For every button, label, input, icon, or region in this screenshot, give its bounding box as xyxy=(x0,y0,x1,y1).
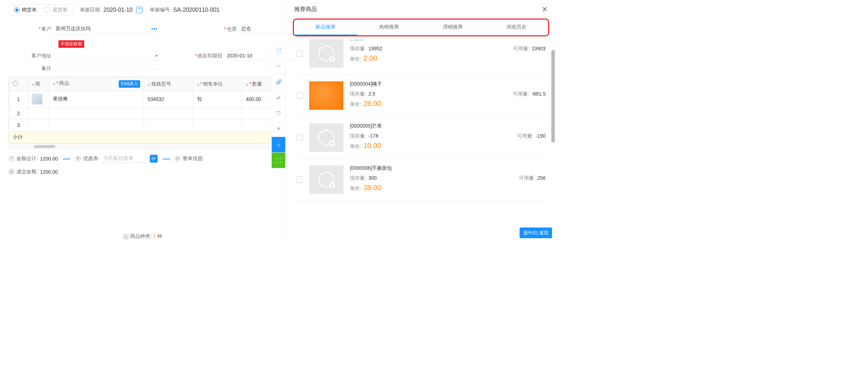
items-grid: ◆商 ◆*商品扫码录入 ◆规格型号 ◆*销售单位 ◆*数量 1 果倍爽 5345… xyxy=(9,77,277,149)
kind-label: 商品种类: xyxy=(130,233,152,239)
item-name: 250ml xyxy=(350,39,546,42)
term-badge: 不固定账期 xyxy=(58,40,84,48)
side-toolbar: 📄 〰 🔗 ⇄ ⛉ ￥ ☆ ⛶ xyxy=(272,43,285,168)
deal-icon: 成 xyxy=(9,169,14,175)
col-brand[interactable]: ◆商 xyxy=(28,77,49,91)
table-row[interactable]: 1 果倍爽 534532 包 400.00 xyxy=(9,91,276,108)
remark-label: 备注 xyxy=(41,65,51,71)
recommend-tabs-highlight: 新品推荐 热销推荐 滞销推荐 浏览历史 xyxy=(293,19,549,36)
item-price: 28.00 xyxy=(363,99,381,107)
addr-input[interactable]: ▾ xyxy=(55,52,158,60)
col-gear[interactable] xyxy=(9,77,28,91)
minus-icon: — xyxy=(63,154,70,163)
chart-icon[interactable]: 〰 xyxy=(272,58,285,74)
panel-title: 推荐商品 xyxy=(294,6,317,13)
col-spec[interactable]: ◆规格型号 xyxy=(144,77,193,91)
doc-no-value: SA-20200110-001 xyxy=(173,7,220,13)
recommend-list[interactable]: 250ml 现存量:19952可用量:19903 单价:2.00 [000000… xyxy=(286,39,556,242)
amount-label: 金额合计: xyxy=(16,155,38,162)
close-icon[interactable]: ✕ xyxy=(542,5,548,14)
tab-new[interactable]: 新品推荐 xyxy=(294,20,357,35)
select-return-button[interactable]: 选中(0) 返回 xyxy=(520,228,552,238)
tab-hot[interactable]: 热销推荐 xyxy=(357,20,421,35)
addr-label: 客户地址 xyxy=(31,53,51,58)
currency-icon[interactable]: ￥ xyxy=(272,121,285,137)
shield-icon[interactable]: ⛉ xyxy=(272,106,285,121)
due-value: 2020-01-10 xyxy=(227,53,252,58)
warehouse-label: 仓库 xyxy=(227,26,237,32)
calendar-icon[interactable] xyxy=(136,7,143,13)
customer-value: 苏州万达沃尔玛 xyxy=(56,26,91,32)
yen-icon: ¥ xyxy=(9,156,14,162)
table-row[interactable]: 3 xyxy=(9,119,276,131)
tab-return[interactable]: 退货单 xyxy=(45,7,67,13)
footer-summary: 品 商品种类: 1 种 xyxy=(0,233,285,240)
cell-qty[interactable]: 400.00 xyxy=(242,91,276,108)
scan-button[interactable]: 扫码录入 xyxy=(119,80,140,88)
h-scrollbar[interactable] xyxy=(9,144,276,149)
star-icon[interactable]: ☆ xyxy=(272,137,285,153)
coupon-input[interactable]: 无匹配优惠券 xyxy=(101,154,148,163)
item-checkbox[interactable] xyxy=(296,134,303,141)
cell-product[interactable]: 果倍爽 xyxy=(49,91,144,108)
item-checkbox[interactable] xyxy=(296,50,303,57)
kind-icon: 品 xyxy=(123,234,129,240)
swap-icon[interactable]: ⇄ xyxy=(272,90,285,106)
doc-date-field: 单据日期 2020-01-10 xyxy=(80,7,143,13)
item-checkbox[interactable] xyxy=(296,92,303,99)
v-scrollbar[interactable] xyxy=(551,50,555,143)
doc-date-label: 单据日期 xyxy=(80,7,100,13)
doc-no-label: 单据编号 xyxy=(150,7,170,13)
item-name: [0000004]橘子 xyxy=(350,81,546,87)
discount-icon: 折 xyxy=(175,156,180,162)
cell-unit[interactable]: 包 xyxy=(193,91,242,108)
tab-return-label: 退货单 xyxy=(52,7,67,13)
tab-sales[interactable]: 销货单 xyxy=(14,7,37,13)
product-thumb xyxy=(32,94,42,104)
refresh-icon[interactable]: ⟳ xyxy=(150,155,158,163)
link-icon[interactable]: 🔗 xyxy=(272,74,285,90)
list-item: [0000006]手撕面包 现存量:300可用量:256 单价:38.00 xyxy=(294,159,548,201)
col-product[interactable]: ◆*商品扫码录入 xyxy=(49,77,144,91)
expand-icon[interactable]: ⛶ xyxy=(272,153,285,168)
coupon-label: 优惠券: xyxy=(83,155,99,162)
doc-type-tabs: 销货单 退货单 xyxy=(9,4,73,16)
subtotal-row: 小计 xyxy=(9,131,276,144)
kind-suffix: 种 xyxy=(157,233,162,239)
customer-label: 客户 xyxy=(41,26,51,32)
remark-input[interactable] xyxy=(55,67,158,70)
col-qty[interactable]: ◆*数量 xyxy=(242,77,276,91)
recommend-panel: 推荐商品 ✕ 新品推荐 热销推荐 滞销推荐 浏览历史 250ml 现存量:199… xyxy=(285,0,556,242)
product-image xyxy=(309,123,343,152)
list-item: 250ml 现存量:19952可用量:19903 单价:2.00 xyxy=(294,39,548,75)
totals-row: ¥金额合计:1200.00 — 券优惠券:无匹配优惠券⟳ — 折整单优惠: xyxy=(9,154,277,163)
doc-date-value[interactable]: 2020-01-10 xyxy=(103,7,133,13)
tab-history[interactable]: 浏览历史 xyxy=(485,20,548,35)
list-item: [0000005]芒果 现存量:-178可用量:-190 单价:10.00 xyxy=(294,117,548,159)
doc-no-field: 单据编号 SA-20200110-001 xyxy=(150,7,220,13)
note-icon[interactable]: 📄 xyxy=(272,43,285,58)
discount-label: 整单优惠: xyxy=(183,155,204,162)
customer-input[interactable]: 苏州万达沃尔玛••• xyxy=(55,24,158,34)
product-image xyxy=(309,165,343,194)
coupon-icon: 券 xyxy=(75,156,81,162)
due-label: 收款到期日 xyxy=(198,53,223,58)
item-checkbox[interactable] xyxy=(296,177,303,183)
minus-icon: — xyxy=(163,154,170,163)
gear-icon xyxy=(13,81,18,86)
product-image xyxy=(309,39,343,68)
item-name: [0000005]芒果 xyxy=(350,123,546,129)
col-unit[interactable]: ◆*销售单位 xyxy=(193,77,242,91)
tab-slow[interactable]: 滞销推荐 xyxy=(421,20,485,35)
item-price: 10.00 xyxy=(363,142,381,149)
item-price: 38.00 xyxy=(363,184,381,191)
cell-spec[interactable]: 534532 xyxy=(144,91,193,108)
table-row[interactable]: 2 xyxy=(9,108,276,119)
item-price: 2.00 xyxy=(363,54,377,62)
deal-label: 成交金额: xyxy=(16,169,38,175)
product-image xyxy=(309,81,343,110)
deal-value: 1200.00 xyxy=(40,169,58,175)
chevron-down-icon[interactable]: ▾ xyxy=(155,53,158,58)
customer-picker-icon[interactable]: ••• xyxy=(151,26,158,32)
item-name: [0000006]手撕面包 xyxy=(350,165,546,172)
